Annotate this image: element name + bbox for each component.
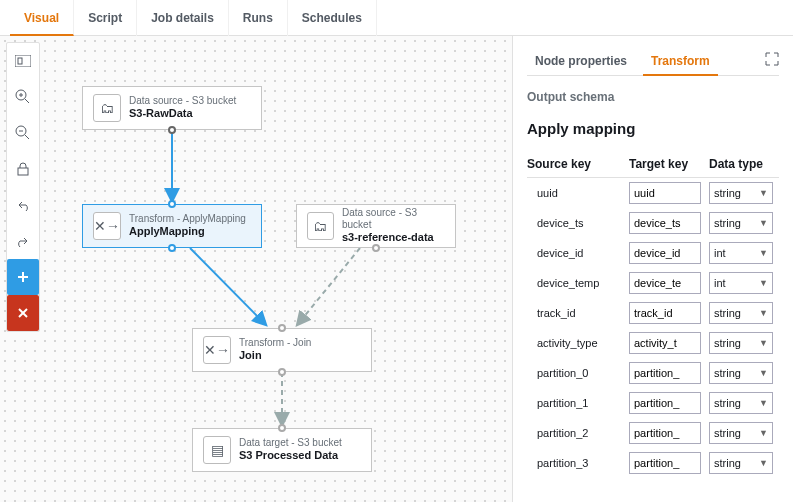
- data-type-select[interactable]: int▼: [709, 242, 773, 264]
- mapping-row: device_tsstring▼: [527, 208, 779, 238]
- undo-button[interactable]: [7, 187, 39, 223]
- chevron-down-icon: ▼: [759, 458, 768, 468]
- col-header-source: Source key: [527, 157, 629, 171]
- port-out[interactable]: [372, 244, 380, 252]
- bucket-icon: 🗂: [93, 94, 121, 122]
- chevron-down-icon: ▼: [759, 218, 768, 228]
- tab-job-details[interactable]: Job details: [137, 0, 229, 36]
- svg-rect-1: [18, 58, 22, 64]
- data-type-select[interactable]: string▼: [709, 182, 773, 204]
- chevron-down-icon: ▼: [759, 278, 768, 288]
- target-key-input[interactable]: [629, 182, 701, 204]
- source-key-text: partition_2: [527, 427, 629, 439]
- output-schema-label: Output schema: [527, 76, 779, 120]
- node-source-s3-raw[interactable]: 🗂 Data source - S3 bucketS3-RawData: [82, 86, 262, 130]
- data-type-select[interactable]: string▼: [709, 392, 773, 414]
- source-key-text: partition_1: [527, 397, 629, 409]
- node-title: ApplyMapping: [129, 225, 246, 238]
- tab-runs[interactable]: Runs: [229, 0, 288, 36]
- source-key-text: uuid: [527, 187, 629, 199]
- mapping-table-header: Source key Target key Data type: [527, 151, 779, 178]
- node-title: S3 Processed Data: [239, 449, 342, 462]
- data-type-select[interactable]: string▼: [709, 362, 773, 384]
- bucket-icon: 🗂: [307, 212, 334, 240]
- mapping-row: uuidstring▼: [527, 178, 779, 208]
- target-key-input[interactable]: [629, 272, 701, 294]
- tab-schedules[interactable]: Schedules: [288, 0, 377, 36]
- node-target-s3-processed[interactable]: ▤ Data target - S3 bucketS3 Processed Da…: [192, 428, 372, 472]
- delete-node-button[interactable]: [7, 295, 39, 331]
- top-tabs: Visual Script Job details Runs Schedules: [0, 0, 793, 36]
- right-panel: Node properties Transform Output schema …: [513, 36, 793, 502]
- chevron-down-icon: ▼: [759, 368, 768, 378]
- mapping-row: track_idstring▼: [527, 298, 779, 328]
- node-transform-applymapping[interactable]: ✕→ Transform - ApplyMappingApplyMapping: [82, 204, 262, 248]
- chevron-down-icon: ▼: [759, 338, 768, 348]
- visual-canvas[interactable]: 🗂 Data source - S3 bucketS3-RawData ✕→ T…: [0, 36, 513, 502]
- target-key-input[interactable]: [629, 452, 701, 474]
- port-in[interactable]: [278, 324, 286, 332]
- data-type-select[interactable]: string▼: [709, 452, 773, 474]
- data-type-select[interactable]: string▼: [709, 422, 773, 444]
- source-key-text: device_ts: [527, 217, 629, 229]
- data-type-select[interactable]: int▼: [709, 272, 773, 294]
- tab-visual[interactable]: Visual: [10, 0, 74, 36]
- svg-line-3: [25, 99, 29, 103]
- panel-tab-node-properties[interactable]: Node properties: [527, 46, 635, 76]
- target-key-input[interactable]: [629, 332, 701, 354]
- col-header-target: Target key: [629, 157, 709, 171]
- source-key-text: device_temp: [527, 277, 629, 289]
- data-type-select[interactable]: string▼: [709, 332, 773, 354]
- target-key-input[interactable]: [629, 242, 701, 264]
- mapping-row: device_tempint▼: [527, 268, 779, 298]
- chevron-down-icon: ▼: [759, 398, 768, 408]
- svg-line-7: [25, 135, 29, 139]
- node-type: Data source - S3 bucket: [342, 207, 445, 231]
- node-type: Data source - S3 bucket: [129, 95, 236, 107]
- target-key-input[interactable]: [629, 362, 701, 384]
- panel-tabs: Node properties Transform: [527, 46, 779, 76]
- source-key-text: track_id: [527, 307, 629, 319]
- mapping-row: partition_0string▼: [527, 358, 779, 388]
- node-title: Join: [239, 349, 311, 362]
- source-key-text: partition_0: [527, 367, 629, 379]
- source-key-text: activity_type: [527, 337, 629, 349]
- mapping-table-body: uuidstring▼device_tsstring▼device_idint▼…: [527, 178, 779, 478]
- redo-button[interactable]: [7, 223, 39, 259]
- tab-script[interactable]: Script: [74, 0, 137, 36]
- svg-rect-9: [18, 168, 28, 175]
- expand-panel-button[interactable]: [765, 52, 779, 69]
- mapping-row: partition_3string▼: [527, 448, 779, 478]
- zoom-in-button[interactable]: [7, 79, 39, 115]
- node-type: Transform - ApplyMapping: [129, 213, 246, 225]
- add-node-button[interactable]: [7, 259, 39, 295]
- port-in[interactable]: [168, 200, 176, 208]
- chevron-down-icon: ▼: [759, 188, 768, 198]
- port-out[interactable]: [168, 244, 176, 252]
- target-key-input[interactable]: [629, 302, 701, 324]
- target-key-input[interactable]: [629, 392, 701, 414]
- svg-rect-0: [15, 55, 31, 67]
- canvas-toolbar: [6, 42, 40, 332]
- chevron-down-icon: ▼: [759, 248, 768, 258]
- port-in[interactable]: [278, 424, 286, 432]
- chevron-down-icon: ▼: [759, 428, 768, 438]
- mapping-row: partition_1string▼: [527, 388, 779, 418]
- zoom-out-button[interactable]: [7, 115, 39, 151]
- panel-tab-transform[interactable]: Transform: [643, 46, 718, 76]
- fit-view-button[interactable]: [7, 43, 39, 79]
- port-out[interactable]: [168, 126, 176, 134]
- shuffle-icon: ✕→: [93, 212, 121, 240]
- node-source-s3-reference[interactable]: 🗂 Data source - S3 buckets3-reference-da…: [296, 204, 456, 248]
- data-type-select[interactable]: string▼: [709, 302, 773, 324]
- panel-title: Apply mapping: [527, 120, 779, 151]
- port-out[interactable]: [278, 368, 286, 376]
- lock-button[interactable]: [7, 151, 39, 187]
- node-transform-join[interactable]: ✕→ Transform - JoinJoin: [192, 328, 372, 372]
- target-key-input[interactable]: [629, 422, 701, 444]
- source-key-text: partition_3: [527, 457, 629, 469]
- target-key-input[interactable]: [629, 212, 701, 234]
- node-title: S3-RawData: [129, 107, 236, 120]
- node-type: Data target - S3 bucket: [239, 437, 342, 449]
- data-type-select[interactable]: string▼: [709, 212, 773, 234]
